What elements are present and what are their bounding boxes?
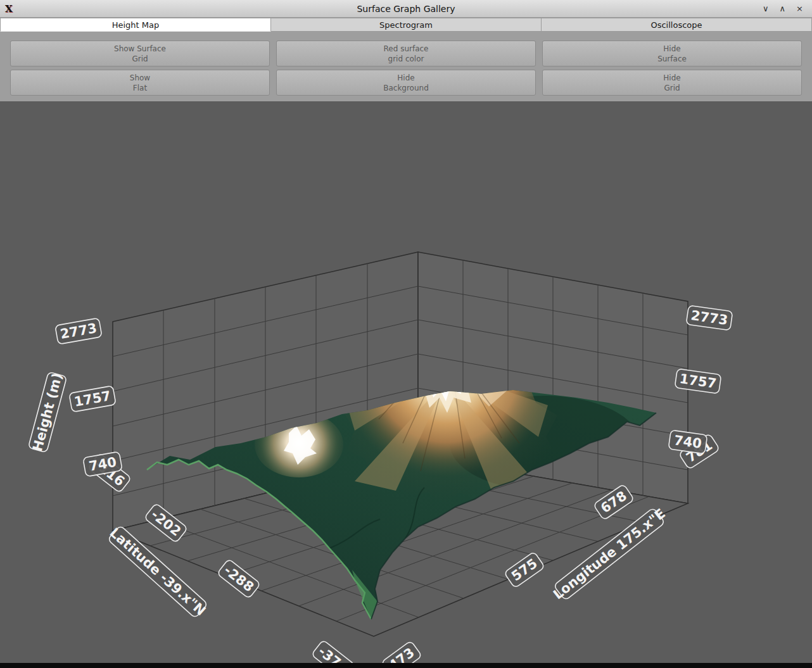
control-panel: Show Surface Grid Red surface grid color… xyxy=(0,32,812,101)
button-label: Flat xyxy=(133,83,147,93)
tab-spectrogram[interactable]: Spectrogram xyxy=(271,18,542,32)
button-label: Grid xyxy=(132,54,148,64)
hide-surface-button[interactable]: Hide Surface xyxy=(542,41,802,66)
show-surface-grid-button[interactable]: Show Surface Grid xyxy=(10,41,270,66)
surface-plot-canvas[interactable]: 781 678 575 473 Longitude 175.x"E xyxy=(0,101,812,663)
surface-plot[interactable]: 781 678 575 473 Longitude 175.x"E xyxy=(0,101,812,663)
button-label: Red surface xyxy=(384,44,429,54)
app-icon: X xyxy=(5,3,18,15)
button-label: Background xyxy=(383,83,429,93)
show-flat-button[interactable]: Show Flat xyxy=(10,70,270,96)
hide-grid-button[interactable]: Hide Grid xyxy=(542,70,802,96)
app-window: X Surface Graph Gallery ∨ ∧ × Height Map… xyxy=(0,0,812,668)
button-grid: Show Surface Grid Red surface grid color… xyxy=(10,41,802,96)
titlebar: X Surface Graph Gallery ∨ ∧ × xyxy=(0,0,812,18)
button-label: Grid xyxy=(664,83,680,93)
button-label: Hide xyxy=(397,73,414,83)
button-label: Show Surface xyxy=(114,44,166,54)
button-label: Hide xyxy=(663,44,680,54)
button-label: Surface xyxy=(657,54,687,64)
tab-bar: Height Map Spectrogram Oscilloscope xyxy=(0,18,812,32)
chevron-up-icon[interactable]: ∧ xyxy=(780,4,786,13)
chevron-down-icon[interactable]: ∨ xyxy=(763,4,769,13)
button-label: Hide xyxy=(663,73,680,83)
bottom-screen-edge xyxy=(0,663,812,668)
red-surface-grid-color-button[interactable]: Red surface grid color xyxy=(276,41,536,66)
tab-oscilloscope[interactable]: Oscilloscope xyxy=(542,18,812,32)
window-title: Surface Graph Gallery xyxy=(0,4,812,14)
hide-background-button[interactable]: Hide Background xyxy=(276,70,536,96)
close-icon[interactable]: × xyxy=(796,4,803,13)
window-controls: ∨ ∧ × xyxy=(763,4,807,13)
button-label: grid color xyxy=(388,54,424,64)
tab-height-map[interactable]: Height Map xyxy=(0,18,271,32)
button-label: Show xyxy=(130,73,150,83)
